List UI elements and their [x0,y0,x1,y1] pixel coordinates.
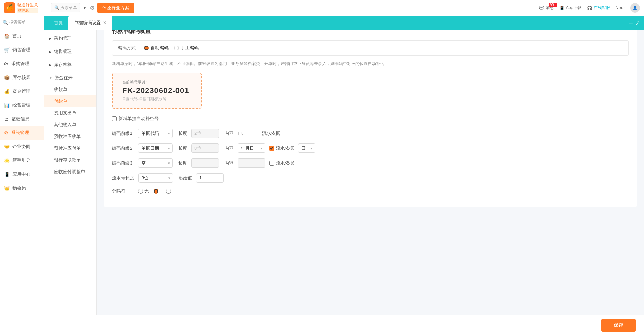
serial-length-label: 流水号长度 [112,175,134,181]
serial-length-select-wrapper: 3位 4位 5位 6位 [138,173,173,183]
serial-length-row: 流水号长度 3位 4位 5位 6位 起始值 [112,173,629,183]
prefix2-content-select[interactable]: 年月日 年月 年 [238,143,265,153]
sidebar-item-sales[interactable]: 🛒 销售管理 [0,43,44,57]
sidebar-item-operations[interactable]: 📊 经营管理 [0,98,44,112]
sub-nav-header-purchase[interactable]: ▶ 采购管理 [44,32,96,44]
sidebar-item-inventory[interactable]: 📦 库存核算 [0,71,44,84]
sub-nav-item-pre-pay[interactable]: 预付冲应付单 [44,142,96,154]
tab-bar-actions: – ⤢ [629,20,640,26]
arrow-icon: ▶ [49,63,52,67]
home-icon: 🏠 [4,34,10,39]
messages-badge: 99+ [549,3,557,7]
day-select[interactable]: 日 月 年 [298,143,315,153]
top-bar: 🍊 畅通好生意 插件版 🔍 搜索菜单 ▾ ⚙ 体验行业方案 💬 消息 99+ 📱… [0,0,644,16]
app-badge: 插件版 [17,8,38,13]
sep-dash[interactable]: - [154,189,161,194]
settings-icon[interactable]: ⚙ [90,4,95,11]
experience-btn[interactable]: 体验行业方案 [97,3,134,13]
cart-icon: 🛒 [4,47,10,53]
shopping-bag-icon: 🛍 [4,61,9,66]
prefix2-content-label: 内容 [224,145,233,151]
apps-icon: 📱 [4,172,10,177]
sidebar-item-system-mgmt[interactable]: ⚙ 系统管理 [0,126,44,140]
prefix1-label: 编码前缀1 [112,130,134,137]
auto-encode-radio[interactable]: 自动编码 [144,45,169,51]
description: 新增单据时，*单据编码*自动生成，不可编辑。前缀设置为部门、业务员等档案类，开单… [112,61,629,67]
code-preview-title: 当前编码示例： [122,80,191,85]
online-service-btn[interactable]: 🎧 在线客服 [587,5,610,11]
form-row-prefix2: 编码前缀2 单据代码 单据日期 部门 业务员 空 长度 内容 年月日 年月 年 [112,143,629,153]
sep-none[interactable]: 无 [138,188,149,194]
prefix2-select-wrapper: 单据代码 单据日期 部门 业务员 空 [138,143,173,153]
prefix3-serial-checkbox[interactable]: 流水依据 [269,160,294,166]
prefix3-select-wrapper: 单据代码 单据日期 部门 业务员 空 [138,158,173,168]
sub-nav-item-expense[interactable]: 费用支出单 [44,107,96,119]
prefix1-serial-checkbox[interactable]: 流水依据 [256,130,280,137]
prefix1-length-label: 长度 [178,130,187,137]
prefix3-select[interactable]: 单据代码 单据日期 部门 业务员 空 [138,158,173,168]
sidebar-item-member[interactable]: 👑 畅会员 [0,181,44,195]
sub-nav-item-adjust[interactable]: 应收应付调整单 [44,166,96,178]
prefix3-content-label: 内容 [224,160,233,166]
prefix3-length-label: 长度 [178,160,187,166]
sidebar-item-home[interactable]: 🏠 首页 [0,29,44,43]
tab-home[interactable]: 首页 [48,16,68,30]
database-icon: 🗂 [4,117,9,122]
sidebar-search[interactable]: 🔍 搜索菜单 [0,16,44,29]
team-icon: 🤝 [4,144,10,149]
sidebar-item-enterprise[interactable]: 🤝 企业协同 [0,140,44,153]
tab-minimize-btn[interactable]: – [629,20,633,26]
app-name-block: 畅通好生意 插件版 [17,2,38,13]
username: Nare [616,6,625,10]
code-preview-box: 当前编码示例： FK-20230602-001 单据代码-单据日期-流水号 [112,73,202,109]
messages-btn[interactable]: 💬 消息 99+ [539,5,554,11]
prefix2-serial-checkbox[interactable]: 流水依据 [269,145,294,151]
serial-length-select[interactable]: 3位 4位 5位 6位 [138,173,173,183]
sidebar-item-guide[interactable]: 🌟 新手引导 [0,153,44,167]
arrow-down-icon: ▼ [49,76,52,80]
encode-method-radio-group: 自动编码 手工编码 [144,45,199,51]
settings-icon: ⚙ [4,130,8,136]
sidebar-item-finance[interactable]: 💰 资金管理 [0,84,44,98]
start-value-label: 起始值 [179,175,192,181]
code-preview-sub: 单据代码-单据日期-流水号 [122,96,191,102]
top-bar-right: 💬 消息 99+ 📱 App下载 🎧 在线客服 Nare 👤 [539,3,640,13]
sep-dot[interactable]: . [166,189,174,194]
auto-fill-checkbox[interactable]: 新增单据自动补空号 [112,115,159,122]
nav-dropdown[interactable]: ▾ [83,6,86,10]
sub-nav-item-receipt[interactable]: 收款单 [44,84,96,95]
sub-nav-header-sales[interactable]: ▶ 销售管理 [44,46,96,57]
prefix1-select[interactable]: 单据代码 单据日期 部门 业务员 空 [138,129,173,138]
member-icon: 👑 [4,186,10,191]
sub-nav-group-purchase: ▶ 采购管理 [44,32,96,44]
encode-method-row: 编码方式 自动编码 手工编码 [112,40,629,56]
auto-fill-row: 新增单据自动补空号 [112,115,629,122]
prefix3-label: 编码前缀3 [112,160,134,166]
arrow-icon: ▶ [49,50,52,54]
chart-icon: 📊 [4,103,10,108]
search-menu-btn[interactable]: 🔍 搜索菜单 [51,3,80,12]
separator-options: 无 - . [138,188,174,194]
prefix2-select[interactable]: 单据代码 单据日期 部门 业务员 空 [138,143,173,153]
app-download-btn[interactable]: 📱 App下载 [559,5,581,11]
sub-nav-group-sales: ▶ 销售管理 [44,46,96,57]
tab-close-icon[interactable]: ✕ [103,20,106,25]
tab-maximize-btn[interactable]: ⤢ [635,20,640,26]
box-icon: 📦 [4,75,10,80]
day-select-wrapper: 日 月 年 [298,143,315,153]
sub-nav-item-payment[interactable]: 付款单 [44,95,96,107]
sub-nav-item-pre-collect[interactable]: 预收冲应收单 [44,131,96,142]
manual-encode-radio[interactable]: 手工编码 [174,45,199,51]
logo-icon: 🍊 [4,2,15,13]
sub-nav-item-bank[interactable]: 银行存取款单 [44,154,96,166]
sidebar-item-purchase[interactable]: 🛍 采购管理 [0,57,44,71]
sidebar-item-basic-info[interactable]: 🗂 基础信息 [0,112,44,126]
sub-nav-header-inventory[interactable]: ▶ 库存核算 [44,59,96,71]
sidebar-item-app-center[interactable]: 📱 应用中心 [0,167,44,181]
tab-encode-settings[interactable]: 单据编码设置 ✕ [68,16,112,30]
save-button[interactable]: 保存 [601,319,636,319]
sub-nav-header-capital[interactable]: ▼ 资金往来 [44,72,96,84]
separator-label: 分隔符 [112,188,134,194]
start-value-input[interactable] [196,173,224,183]
sub-nav-item-other-income[interactable]: 其他收入单 [44,119,96,131]
